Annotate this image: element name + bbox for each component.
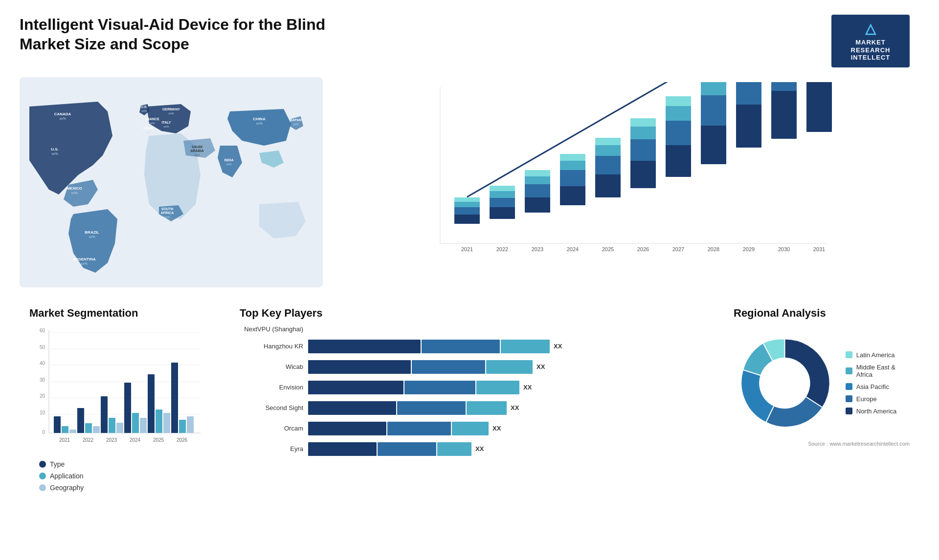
kp-seg-1 [308,340,421,353]
svg-rect-80 [701,82,726,95]
legend-north-america: North America [846,408,910,415]
legend-geography: Geography [39,484,201,492]
svg-rect-63 [595,138,621,145]
legend-asia-pacific-color [846,383,852,390]
legend-europe: Europe [846,395,910,403]
svg-rect-96 [806,82,832,132]
svg-text:FRANCE: FRANCE [145,117,159,121]
svg-text:SPAIN: SPAIN [143,127,154,130]
kp-seg-2 [412,360,485,374]
svg-rect-45 [490,186,515,191]
svg-rect-74 [666,106,691,121]
kp-seg-1 [308,381,403,394]
legend-type-label: Type [50,460,65,468]
legend-europe-label: Europe [856,395,877,403]
svg-rect-42 [490,207,515,219]
svg-text:0: 0 [42,430,45,435]
svg-text:2021: 2021 [59,437,70,443]
legend-geography-label: Geography [50,484,84,492]
svg-text:50: 50 [40,345,45,350]
kp-xx-wicab: XX [537,363,545,370]
svg-rect-138 [171,363,178,433]
svg-text:xx%: xx% [81,262,87,265]
kp-seg-3 [501,340,550,353]
svg-rect-139 [179,420,186,433]
kp-seg-2 [397,401,466,415]
svg-text:xx%: xx% [256,122,262,125]
map-section: CANADA xx% U.S. xx% MEXICO xx% BRAZIL xx… [20,77,323,287]
kp-seg-3 [452,422,489,435]
legend-application-dot [39,473,46,479]
kp-seg-2 [378,442,436,456]
legend-asia-pacific-label: Asia Pacific [856,383,889,390]
svg-text:xx%: xx% [293,123,299,126]
svg-rect-55 [560,170,585,186]
logo: △ MARKETRESEARCHINTELLECT [831,15,910,67]
svg-text:2025: 2025 [153,437,164,443]
svg-text:30: 30 [40,377,45,383]
svg-text:xx%: xx% [168,112,174,115]
kp-seg-1 [308,442,377,456]
svg-rect-75 [666,96,691,106]
svg-rect-79 [701,94,726,126]
svg-text:2024: 2024 [130,437,141,443]
svg-text:CHINA: CHINA [253,117,266,121]
kp-xx-secondsight: XX [511,404,519,411]
kp-seg-1 [308,422,386,435]
svg-text:xx%: xx% [149,122,155,125]
kp-seg-3 [437,442,471,456]
donut-container: Latin America Middle East & Africa Asia … [734,329,910,437]
svg-rect-51 [525,170,550,176]
svg-rect-44 [490,191,515,198]
svg-rect-136 [163,413,170,433]
kp-label-orcam: Orcam [240,425,303,432]
kp-row-wicab: Wicab XX [240,360,694,374]
kp-row-orcam: Orcam XX [240,422,694,435]
kp-seg-1 [308,401,396,415]
svg-text:GERMANY: GERMANY [162,108,180,111]
world-map-svg: CANADA xx% U.S. xx% MEXICO xx% BRAZIL xx… [20,77,323,287]
svg-text:xx%: xx% [141,109,147,112]
svg-text:2023: 2023 [532,246,543,252]
legend-latin-america: Latin America [846,351,910,359]
donut-chart-svg [734,329,836,437]
svg-text:xx%: xx% [51,152,58,155]
svg-rect-67 [630,139,656,161]
bottom-row: Market Segmentation 60 50 40 30 20 10 0 [20,302,919,507]
legend-europe-color [846,395,852,402]
kp-bar-secondsight: XX [308,401,694,415]
bar-chart-svg: XX 2021 XX 2022 XX [342,82,910,278]
svg-text:SOUTH: SOUTH [161,207,174,211]
kp-bar-eyra: XX [308,442,694,456]
donut-legend: Latin America Middle East & Africa Asia … [846,351,910,415]
key-players-chart: NextVPU (Shanghai) Hangzhou KR XX Wicab [240,325,694,456]
svg-rect-90 [771,90,797,139]
svg-text:xx%: xx% [194,153,200,156]
segmentation-title: Market Segmentation [29,307,201,320]
top-row: CANADA xx% U.S. xx% MEXICO xx% BRAZIL xx… [20,77,919,287]
kp-row-eyra: Eyra XX [240,442,694,456]
kp-seg-3 [486,360,533,374]
segmentation-chart-svg: 60 50 40 30 20 10 0 2021 [29,325,205,452]
svg-text:2021: 2021 [461,246,473,252]
svg-rect-38 [454,201,480,207]
kp-label-secondsight: Second Sight [240,404,303,411]
regional-section: Regional Analysis [724,302,919,507]
svg-rect-57 [560,154,585,161]
kp-xx-orcam: XX [492,425,501,432]
svg-rect-119 [62,426,68,433]
svg-rect-49 [525,184,550,197]
bar-chart-section: XX 2021 XX 2022 XX [337,77,919,287]
svg-rect-36 [454,214,480,224]
legend-geography-dot [39,484,46,491]
kp-label-wicab: Wicab [240,363,303,370]
logo-text-main: MARKETRESEARCHINTELLECT [840,39,901,62]
svg-text:JAPAN: JAPAN [290,118,301,122]
kp-seg-1 [308,360,411,374]
svg-text:xx%: xx% [89,235,95,238]
svg-text:AFRICA: AFRICA [161,211,174,215]
svg-text:INDIA: INDIA [224,158,233,162]
svg-rect-123 [85,423,92,433]
svg-rect-66 [630,160,656,188]
key-players-title: Top Key Players [240,307,694,320]
